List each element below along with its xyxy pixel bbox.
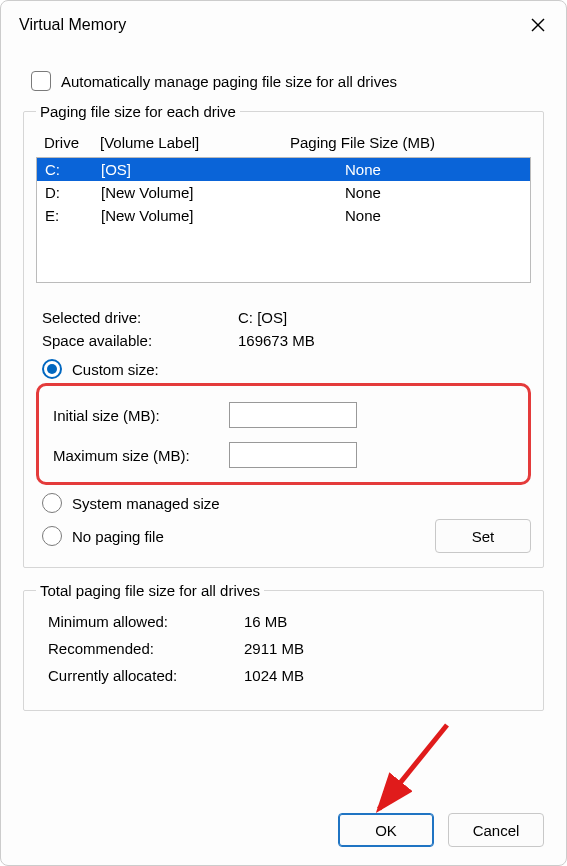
drive-list-headers: Drive [Volume Label] Paging File Size (M…	[36, 130, 531, 157]
selected-drive-label: Selected drive:	[42, 309, 238, 326]
system-managed-radio[interactable]	[42, 493, 62, 513]
drive-letter: E:	[45, 207, 101, 224]
titlebar: Virtual Memory	[1, 1, 566, 49]
no-paging-radio-row[interactable]: No paging file	[42, 526, 164, 546]
min-allowed-value: 16 MB	[244, 613, 287, 630]
close-button[interactable]	[524, 11, 552, 39]
custom-size-radio[interactable]	[42, 359, 62, 379]
custom-size-label: Custom size:	[72, 361, 159, 378]
drive-letter: C:	[45, 161, 101, 178]
maximum-size-label: Maximum size (MB):	[53, 447, 229, 464]
ok-button[interactable]: OK	[338, 813, 434, 847]
maximum-size-input[interactable]	[229, 442, 357, 468]
drive-volume: [New Volume]	[101, 184, 291, 201]
dialog-footer: OK Cancel	[1, 801, 566, 865]
cancel-button[interactable]: Cancel	[448, 813, 544, 847]
drive-pfs: None	[291, 207, 522, 224]
recommended-value: 2911 MB	[244, 640, 304, 657]
space-available-label: Space available:	[42, 332, 238, 349]
close-icon	[531, 18, 545, 32]
paging-group: Paging file size for each drive Drive [V…	[23, 103, 544, 568]
initial-size-input[interactable]	[229, 402, 357, 428]
header-volume: [Volume Label]	[100, 134, 290, 151]
totals-group-legend: Total paging file size for all drives	[36, 582, 264, 599]
auto-manage-row[interactable]: Automatically manage paging file size fo…	[31, 71, 544, 91]
initial-size-row: Initial size (MB):	[53, 402, 516, 428]
selected-drive-info: Selected drive: C: [OS] Space available:…	[42, 309, 531, 349]
virtual-memory-dialog: Virtual Memory Automatically manage pagi…	[0, 0, 567, 866]
currently-allocated-label: Currently allocated:	[48, 667, 244, 684]
drive-row[interactable]: D: [New Volume] None	[37, 181, 530, 204]
totals-group: Total paging file size for all drives Mi…	[23, 582, 544, 711]
header-drive: Drive	[44, 134, 100, 151]
maximum-size-row: Maximum size (MB):	[53, 442, 516, 468]
annotation-highlight: Initial size (MB): Maximum size (MB):	[36, 383, 531, 485]
drive-pfs: None	[291, 161, 522, 178]
min-allowed-label: Minimum allowed:	[48, 613, 244, 630]
window-title: Virtual Memory	[19, 16, 126, 34]
auto-manage-label: Automatically manage paging file size fo…	[61, 73, 397, 90]
system-managed-radio-row[interactable]: System managed size	[42, 493, 531, 513]
drive-row[interactable]: E: [New Volume] None	[37, 204, 530, 227]
drive-list[interactable]: C: [OS] None D: [New Volume] None E: [Ne…	[36, 157, 531, 283]
paging-group-legend: Paging file size for each drive	[36, 103, 240, 120]
drive-letter: D:	[45, 184, 101, 201]
drive-row[interactable]: C: [OS] None	[37, 158, 530, 181]
drive-pfs: None	[291, 184, 522, 201]
dialog-content: Automatically manage paging file size fo…	[1, 49, 566, 801]
currently-allocated-value: 1024 MB	[244, 667, 304, 684]
no-paging-label: No paging file	[72, 528, 164, 545]
set-button[interactable]: Set	[435, 519, 531, 553]
custom-size-radio-row[interactable]: Custom size:	[42, 359, 531, 379]
system-managed-label: System managed size	[72, 495, 220, 512]
drive-volume: [New Volume]	[101, 207, 291, 224]
recommended-label: Recommended:	[48, 640, 244, 657]
initial-size-label: Initial size (MB):	[53, 407, 229, 424]
no-paging-radio[interactable]	[42, 526, 62, 546]
auto-manage-checkbox[interactable]	[31, 71, 51, 91]
selected-drive-value: C: [OS]	[238, 309, 287, 326]
header-pfs: Paging File Size (MB)	[290, 134, 523, 151]
space-available-value: 169673 MB	[238, 332, 315, 349]
drive-volume: [OS]	[101, 161, 291, 178]
